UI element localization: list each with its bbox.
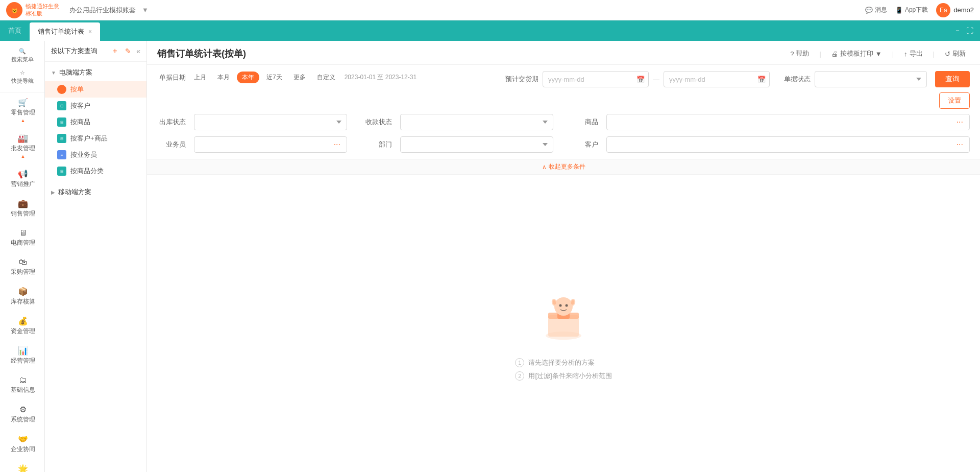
- customer-label: 客户: [570, 140, 598, 149]
- filter-row-3: 业务员 ··· 部门 客户 ···: [157, 136, 970, 153]
- export-button[interactable]: ↑ 导出: [900, 47, 927, 60]
- product-input[interactable]: [611, 119, 954, 126]
- scheme-icon-grid1: ⊞: [57, 101, 66, 110]
- salesperson-input[interactable]: [199, 141, 332, 149]
- date-filter-label: 单据日期: [157, 73, 186, 82]
- expected-delivery-start-input[interactable]: [543, 71, 649, 87]
- calendar-start-icon[interactable]: 📅: [636, 76, 645, 83]
- user-profile[interactable]: Ea demo2: [936, 3, 974, 17]
- order-status-select[interactable]: [815, 71, 927, 87]
- date-btn-this-year[interactable]: 本年: [237, 72, 259, 83]
- date-btn-more[interactable]: 更多: [289, 71, 310, 84]
- scheme-category-pc-header[interactable]: ▼ 电脑端方案: [45, 64, 146, 81]
- category-expand-icon: ▼: [51, 70, 56, 76]
- scheme-item-by-salesperson[interactable]: ≡ 按业务员: [45, 147, 146, 163]
- sidebar-item-marketing[interactable]: 📢 营销推广: [0, 164, 44, 194]
- export-icon: ↑: [904, 50, 908, 58]
- window-maximize-button[interactable]: ⛶: [966, 27, 974, 35]
- empty-step-2: 2 用[过滤]条件来缩小分析范围: [515, 371, 611, 381]
- edit-scheme-button[interactable]: ✎: [123, 46, 133, 56]
- messages-button[interactable]: 💬 消息: [865, 6, 887, 14]
- enterprise-icon: 🤝: [18, 434, 28, 444]
- scheme-panel-header: 按以下方案查询 + ✎ «: [45, 41, 146, 62]
- window-minimize-button[interactable]: －: [953, 27, 962, 35]
- refresh-button[interactable]: ↺ 刷新: [941, 47, 970, 60]
- tab-home[interactable]: 首页: [0, 20, 30, 41]
- product-more-icon[interactable]: ···: [954, 117, 965, 127]
- quick-nav-button[interactable]: ☆ 快捷导航: [0, 66, 44, 88]
- top-bar-left: 🐱 畅捷通好生意 标准版 办公用品行业模拟账套 ▼: [6, 2, 149, 18]
- sales-icon: 💼: [18, 199, 28, 208]
- date-btn-last-month[interactable]: 上月: [190, 71, 210, 84]
- date-separator: —: [653, 76, 659, 83]
- print-dropdown-icon: ▼: [875, 50, 882, 58]
- brand-icon: 🐱: [6, 2, 22, 18]
- expected-delivery-end-wrapper: 📅: [664, 71, 770, 87]
- order-status-label: 单据状态: [782, 75, 811, 84]
- expected-delivery-end-input[interactable]: [664, 71, 770, 87]
- sidebar-item-finance[interactable]: 💰 资金管理: [0, 311, 44, 341]
- scheme-category-mobile-header[interactable]: ▶ 移动端方案: [45, 183, 146, 201]
- app-title-dropdown-icon[interactable]: ▼: [142, 6, 149, 14]
- collection-status-label: 收款状态: [363, 117, 392, 127]
- date-btn-last-7-days[interactable]: 近7天: [262, 71, 286, 84]
- scheme-panel-actions: + ✎ «: [110, 46, 140, 56]
- calendar-end-icon[interactable]: 📅: [757, 76, 766, 83]
- empty-step-1: 1 请先选择要分析的方案: [515, 358, 611, 367]
- query-button[interactable]: 查询: [935, 71, 970, 87]
- tab-sales-order-stats[interactable]: 销售订单统计表 ×: [30, 22, 100, 41]
- scheme-item-by-customer[interactable]: ⊞ 按客户: [45, 98, 146, 114]
- main-content: 销售订单统计表(按单) ? 帮助 | 🖨 按模板打印 ▼ | ↑: [147, 41, 980, 472]
- divider3: |: [933, 50, 935, 58]
- sidebar-item-inventory[interactable]: 📦 库存核算: [0, 281, 44, 311]
- scheme-item-by-category[interactable]: ⊞ 按商品分类: [45, 163, 146, 179]
- scheme-category-pc: ▼ 电脑端方案 按单 ⊞ 按客户 ⊞ 按商品: [45, 62, 146, 181]
- date-btn-custom[interactable]: 自定义: [313, 71, 339, 84]
- sidebar-item-sales[interactable]: 💼 销售管理: [0, 194, 44, 223]
- sidebar-item-operations[interactable]: 📊 经营管理: [0, 341, 44, 370]
- app-download-button[interactable]: 📱 App下载: [895, 6, 928, 14]
- sidebar-item-system[interactable]: ⚙ 系统管理: [0, 399, 44, 429]
- sidebar-item-retail[interactable]: 🛒 零售管理 ▲: [0, 92, 44, 128]
- sidebar-item-purchase[interactable]: 🛍 采购管理: [0, 252, 44, 281]
- basic-icon: 🗂: [19, 375, 27, 385]
- top-bar: 🐱 畅捷通好生意 标准版 办公用品行业模拟账套 ▼ 💬 消息 📱 App下载 E…: [0, 0, 980, 20]
- date-range-display: 2023-01-01 至 2023-12-31: [345, 73, 416, 82]
- mobile-category-expand-icon: ▶: [51, 190, 55, 195]
- filter-date-section: 单据日期 上月 本月 本年 近7天 更多 自定义 2023-01-01 至 20…: [157, 71, 493, 84]
- empty-illustration: [533, 287, 594, 350]
- add-scheme-button[interactable]: +: [110, 46, 120, 56]
- collapse-bar[interactable]: ∧ 收起更多条件: [147, 159, 980, 175]
- sidebar-item-enterprise[interactable]: 🤝 企业协同: [0, 429, 44, 459]
- date-btn-this-month[interactable]: 本月: [213, 71, 234, 84]
- collapse-up-icon: ∧: [542, 163, 547, 171]
- scheme-icon-circle: [57, 85, 66, 94]
- settings-button[interactable]: 设置: [939, 92, 970, 109]
- shipping-status-select[interactable]: [194, 114, 347, 130]
- tab-close-icon[interactable]: ×: [88, 28, 92, 35]
- sidebar-item-basic[interactable]: 🗂 基础信息: [0, 370, 44, 399]
- system-icon: ⚙: [19, 405, 27, 414]
- step-num-1: 1: [515, 358, 524, 367]
- print-template-button[interactable]: 🖨 按模板打印 ▼: [827, 47, 886, 60]
- inventory-icon: 📦: [18, 287, 28, 296]
- customer-input[interactable]: [611, 141, 954, 149]
- collection-status-select[interactable]: [400, 114, 553, 130]
- scheme-item-by-product[interactable]: ⊞ 按商品: [45, 114, 146, 130]
- product-input-wrapper: ···: [606, 114, 970, 130]
- collapse-scheme-panel-button[interactable]: «: [136, 47, 140, 55]
- customer-more-icon[interactable]: ···: [954, 140, 965, 149]
- help-button[interactable]: ? 帮助: [786, 47, 813, 60]
- scheme-item-by-order[interactable]: 按单: [45, 81, 146, 98]
- department-select[interactable]: [400, 136, 553, 153]
- svg-point-6: [554, 297, 573, 316]
- sidebar-item-ecommerce[interactable]: 🖥 电商管理: [0, 223, 44, 252]
- retail-icon: 🛒: [18, 98, 28, 107]
- search-menu-button[interactable]: 🔍 搜索菜单: [0, 45, 44, 66]
- scheme-item-by-customer-product[interactable]: ⊞ 按客户+商品: [45, 130, 146, 147]
- salesperson-more-icon[interactable]: ···: [332, 140, 342, 149]
- sidebar-item-newbie[interactable]: 🌟 新手引导: [0, 459, 44, 472]
- help-icon: ?: [790, 50, 794, 58]
- brand-logo[interactable]: 🐱 畅捷通好生意 标准版: [6, 2, 59, 18]
- sidebar-item-wholesale[interactable]: 🏭 批发管理 ▲: [0, 128, 44, 164]
